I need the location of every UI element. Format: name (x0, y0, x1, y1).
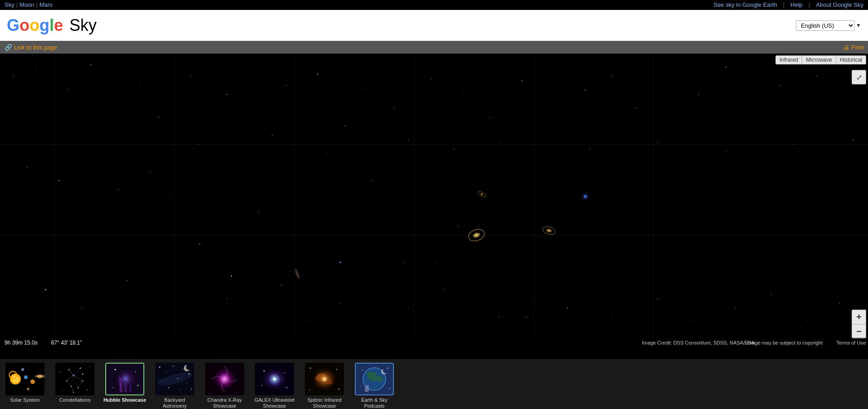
svg-point-69 (281, 285, 282, 286)
see-sky-google-earth-link[interactable]: See sky in Google Earth (713, 1, 777, 8)
showcase-item-spitzer[interactable]: Spitzer Infrared Showcase (299, 363, 349, 409)
svg-point-148 (186, 365, 191, 370)
showcase-thumb-solar (5, 363, 44, 395)
svg-point-47 (290, 271, 290, 271)
zoom-out-button[interactable]: − (852, 324, 866, 339)
showcase-label-hubble: Hubble Showcase (103, 397, 146, 403)
svg-point-138 (173, 366, 174, 367)
showcase-thumb-earthsky (355, 363, 394, 395)
svg-point-171 (362, 370, 363, 371)
svg-point-17 (254, 67, 254, 67)
svg-point-44 (199, 244, 200, 245)
image-credit: Image Credit: DSS Consortium, SDSS, NASA… (642, 340, 755, 345)
layer-button-group: Infrared Microwave Historical (775, 55, 866, 64)
svg-point-12 (90, 64, 91, 65)
svg-point-49 (372, 180, 373, 181)
svg-point-55 (475, 234, 478, 237)
microwave-layer-button[interactable]: Microwave (802, 55, 836, 64)
chandra-thumb-svg (205, 363, 244, 395)
help-link[interactable]: Help (790, 1, 803, 8)
svg-point-158 (286, 387, 287, 388)
svg-point-23 (431, 78, 432, 79)
galex-thumb-svg (255, 363, 294, 395)
nav-sep-4: | (809, 1, 810, 8)
showcase-thumb-galex (255, 363, 294, 395)
nav-mars[interactable]: Mars (39, 1, 53, 8)
site-nav: Sky | Moon | Mars (5, 1, 53, 8)
svg-point-77 (567, 307, 568, 308)
infrared-layer-button[interactable]: Infrared (775, 55, 802, 64)
svg-point-84 (839, 303, 839, 303)
svg-point-28 (585, 89, 586, 90)
svg-rect-0 (0, 54, 868, 348)
terms-of-use-link[interactable]: Terms of Use (836, 340, 866, 345)
svg-point-15 (190, 76, 191, 76)
svg-point-167 (338, 389, 339, 389)
historical-layer-button[interactable]: Historical (836, 55, 866, 64)
svg-point-58 (548, 230, 550, 232)
svg-point-137 (166, 371, 167, 372)
showcase-item-galex[interactable]: GALEX Ultraviolet Showcase (250, 363, 299, 409)
svg-point-64 (45, 289, 46, 291)
showcase-item-chandra[interactable]: Chandra X-Ray Showcase (200, 363, 250, 409)
svg-point-131 (135, 371, 136, 372)
svg-point-144 (168, 387, 169, 388)
svg-point-22 (394, 108, 395, 108)
svg-point-75 (535, 298, 535, 299)
svg-point-83 (807, 321, 808, 321)
svg-point-156 (284, 372, 285, 373)
link-icon: 🔗 (5, 44, 12, 51)
showcase-item-earthsky[interactable]: Earth & Sky Podcasts (349, 363, 399, 409)
svg-point-130 (115, 369, 116, 370)
logo-o2: o (29, 16, 39, 34)
svg-point-79 (657, 298, 658, 299)
svg-point-123 (59, 371, 60, 372)
svg-point-133 (113, 387, 113, 388)
svg-point-76 (526, 316, 527, 317)
svg-point-19 (317, 74, 318, 74)
showcase-thumb-const (55, 363, 94, 395)
showcase-bar: Solar System (0, 359, 868, 409)
showcase-item-constellations[interactable]: Constellations (50, 363, 100, 403)
lang-arrow: ▼ (856, 22, 861, 29)
svg-point-81 (735, 307, 735, 308)
showcase-item-backyard[interactable]: Backyard Astronomy (150, 363, 200, 409)
svg-point-39 (59, 180, 59, 181)
link-toolbar: 🔗 Link to this page 🖨 Print (0, 41, 868, 54)
svg-point-176 (383, 369, 387, 373)
svg-point-27 (549, 67, 549, 67)
showcase-item-hubble[interactable]: Hubble Showcase (100, 363, 150, 403)
svg-point-132 (137, 385, 138, 386)
showcase-item-solar-system[interactable]: Solar System (0, 363, 50, 403)
showcase-label-earthsky: Earth & Sky Podcasts (352, 397, 397, 409)
nav-sky[interactable]: Sky (5, 1, 15, 8)
zoom-in-button[interactable]: + (852, 310, 866, 324)
language-selector[interactable]: English (US) Français Deutsch Español 日本… (796, 20, 855, 31)
print-button[interactable]: 🖨 Print (843, 44, 863, 51)
logo-g1: G (7, 16, 20, 34)
language-selector-wrapper: English (US) Français Deutsch Español 日本… (796, 20, 861, 31)
svg-point-51 (435, 261, 436, 261)
star-field (0, 54, 868, 348)
svg-point-86 (272, 135, 273, 136)
svg-point-52 (458, 226, 459, 227)
about-google-sky-link[interactable]: About Google Sky (816, 1, 863, 8)
hubble-thumb-svg (106, 363, 143, 395)
svg-point-142 (177, 378, 178, 379)
link-to-page-button[interactable]: 🔗 Link to this page (5, 44, 57, 51)
svg-point-87 (326, 153, 327, 153)
svg-point-89 (453, 148, 454, 149)
nav-moon[interactable]: Moon (20, 1, 34, 8)
utility-nav: See sky in Google Earth | Help | About G… (713, 1, 863, 8)
const-thumb-svg (55, 363, 94, 395)
svg-point-61 (584, 195, 587, 198)
svg-point-41 (118, 189, 118, 190)
svg-point-40 (86, 162, 86, 163)
svg-point-124 (87, 389, 88, 390)
svg-point-90 (499, 142, 499, 142)
svg-point-159 (273, 378, 276, 380)
svg-point-92 (657, 142, 658, 143)
fullscreen-button[interactable]: ⤢ (852, 70, 866, 84)
svg-point-13 (140, 80, 141, 81)
sky-map-view[interactable]: Infrared Microwave Historical ⤢ + − 9h 3… (0, 54, 868, 348)
